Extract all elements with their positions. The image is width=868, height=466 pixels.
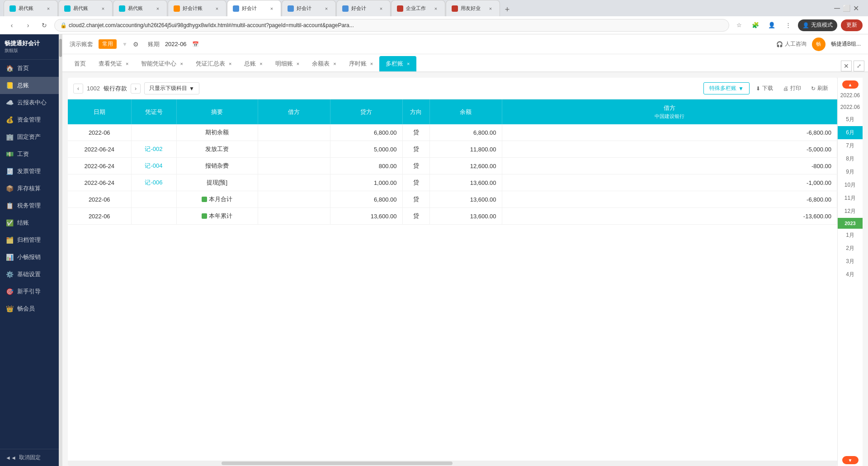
url-bar[interactable]: 🔒 cloud2.chanjet.com/accounting/uh26t264… (54, 19, 729, 32)
page-tab-voucher-summary[interactable]: 凭证汇总表 × (189, 56, 238, 71)
date-nav-june[interactable]: 6月 (838, 126, 863, 139)
browser-tab-2[interactable]: 易代账 × (58, 0, 113, 16)
ai-service-button[interactable]: 🎧 人工咨询 (776, 40, 807, 48)
date-nav-october[interactable]: 10月 (838, 179, 863, 192)
date-nav-july[interactable]: 7月 (838, 139, 863, 152)
page-tab-voucher[interactable]: 查看凭证 × (92, 56, 135, 71)
sidebar-item-archive[interactable]: 🗂️ 归档管理 (0, 231, 59, 249)
browser-tab-6[interactable]: 好会计 × (282, 0, 336, 16)
main-content: 演示账套 常用 ▼ ⚙ 账期 2022-06 📅 🎧 人工咨询 畅 畅捷通B组.… (62, 34, 868, 466)
page-tab-detailed-ledger[interactable]: 明细账 × (269, 56, 306, 71)
close-tab-detailed-ledger[interactable]: × (297, 61, 299, 66)
cell-extra: -1,000.00 (502, 174, 837, 191)
next-account-button[interactable]: › (131, 84, 141, 94)
browser-tab-1[interactable]: 易代账 × (4, 0, 58, 16)
browser-tab-7[interactable]: 好会计 × (336, 0, 391, 16)
sidebar-item-member[interactable]: 👑 畅会员 (0, 300, 59, 317)
restore-button[interactable]: ⬜ (843, 5, 850, 12)
sidebar-item-invoice[interactable]: 🧾 发票管理 (0, 163, 59, 180)
page-tab-general-ledger[interactable]: 总账 × (238, 56, 269, 71)
date-nav-2022-06-first[interactable]: 2022.06 (838, 89, 863, 101)
date-nav-2022-06-second[interactable]: 2022.06 (838, 101, 863, 113)
sidebar-pin-toggle[interactable]: ◄◄ 取消固定 (0, 449, 59, 466)
browser-tab-8[interactable]: 企业工作 × (391, 0, 445, 16)
date-nav-september[interactable]: 9月 (838, 165, 863, 179)
date-nav-december[interactable]: 12月 (838, 205, 863, 218)
sidebar-item-tax[interactable]: 📋 税务管理 (0, 197, 59, 214)
user-avatar[interactable]: 畅 (812, 38, 826, 51)
minimize-button[interactable]: ─ (834, 4, 840, 13)
refresh-ledger-button[interactable]: ↻ 刷新 (807, 83, 832, 94)
close-tab-chronological[interactable]: × (370, 61, 373, 66)
new-tab-button[interactable]: + (500, 3, 514, 16)
update-button[interactable]: 更新 (841, 19, 863, 31)
sidebar-item-cloud-report[interactable]: ☁️ 云报表中心 (0, 94, 59, 111)
period-label: 账期 (148, 40, 160, 48)
sidebar-item-home[interactable]: 🏠 首页 (0, 60, 59, 77)
close-books-icon: ✅ (5, 219, 14, 227)
refresh-browser-button[interactable]: ↻ (38, 19, 51, 32)
sidebar-item-inventory[interactable]: 📦 库存核算 (0, 180, 59, 197)
date-nav-feb-2023[interactable]: 2月 (838, 242, 863, 255)
page-tab-smart-voucher[interactable]: 智能凭证中心 × (135, 56, 189, 71)
close-tab-smart-voucher[interactable]: × (180, 61, 183, 66)
no-trace-button[interactable]: 👤 无痕模式 (798, 19, 837, 31)
sidebar-item-invoice-label: 发票管理 (17, 167, 41, 175)
download-button[interactable]: ⬇ 下载 (752, 83, 777, 94)
bookmark-button[interactable]: ☆ (733, 19, 745, 32)
browser-tab-5[interactable]: 好会计 × (227, 0, 281, 16)
sidebar-item-ledger[interactable]: 📒 总账 (0, 77, 59, 94)
page-tab-chronological[interactable]: 序时账 × (343, 56, 379, 71)
date-nav-apr-2023[interactable]: 4月 (838, 268, 863, 281)
page-tab-multi-column[interactable]: 多栏账 × (379, 56, 416, 71)
browser-tab-4[interactable]: 好会计账 × (168, 0, 226, 16)
sidebar-item-payroll[interactable]: 💵 工资 (0, 146, 59, 163)
total-dot (202, 213, 207, 219)
print-button[interactable]: 🖨 打印 (779, 83, 805, 94)
horizontal-scrollbar[interactable] (68, 461, 837, 466)
date-nav-scroll-down[interactable]: ▼ (842, 456, 859, 464)
close-tab-multi-column[interactable]: × (407, 61, 410, 66)
browser-tab-3[interactable]: 易代账 × (113, 0, 167, 16)
scroll-thumb[interactable] (222, 461, 453, 465)
forward-button[interactable]: › (22, 19, 34, 32)
sidebar-item-close-books[interactable]: ✅ 结账 (0, 214, 59, 231)
sidebar-item-settings-label: 基础设置 (17, 270, 41, 278)
close-window-button[interactable]: ✕ (853, 4, 859, 13)
date-nav-jan-2023[interactable]: 1月 (838, 229, 863, 242)
sidebar-item-funds[interactable]: 💰 资金管理 (0, 111, 59, 128)
date-nav-may[interactable]: 5月 (838, 113, 863, 126)
collapse-panel-button[interactable]: ✕ (841, 61, 852, 71)
close-tab-voucher-summary[interactable]: × (229, 61, 231, 66)
close-tab-balance[interactable]: × (333, 61, 336, 66)
page-tab-balance[interactable]: 余额表 × (306, 56, 342, 71)
browser-tab-9[interactable]: 用友好业 × (446, 0, 500, 16)
filter-subcategory-button[interactable]: 只显示下级科目 ▼ (144, 82, 199, 94)
settings-button[interactable]: ⋮ (782, 19, 794, 32)
demo-label: 演示账套 (70, 40, 93, 48)
top-bar-right: 🎧 人工咨询 畅 畅捷通B组... (776, 38, 861, 51)
special-multi-column-button[interactable]: 特殊多栏账 ▼ (703, 82, 750, 94)
prev-account-button[interactable]: ‹ (73, 84, 83, 94)
date-nav-scroll-up[interactable]: ▲ (842, 80, 859, 89)
cell-voucher[interactable]: 记-004 (131, 158, 176, 174)
user-profile-button[interactable]: 👤 (765, 19, 778, 32)
date-nav-august[interactable]: 8月 (838, 152, 863, 165)
sidebar-item-expense[interactable]: 📊 小畅报销 (0, 249, 59, 266)
date-nav-november[interactable]: 11月 (838, 192, 863, 205)
date-nav-mar-2023[interactable]: 3月 (838, 255, 863, 268)
sidebar-item-settings[interactable]: ⚙️ 基础设置 (0, 266, 59, 283)
date-nav-year-2023[interactable]: 2023 (838, 218, 863, 229)
extension-button[interactable]: 🧩 (749, 19, 762, 32)
expand-panel-button[interactable]: ⤢ (854, 61, 864, 71)
cell-voucher[interactable]: 记-006 (131, 174, 176, 191)
sidebar-item-fixed-assets[interactable]: 🏢 固定资产 (0, 128, 59, 146)
page-tab-home[interactable]: 首页 (68, 56, 92, 71)
close-tab-general-ledger[interactable]: × (259, 61, 262, 66)
back-button[interactable]: ‹ (5, 19, 18, 32)
gear-icon[interactable]: ⚙ (133, 41, 139, 48)
close-tab-voucher[interactable]: × (126, 61, 128, 66)
sidebar-scrollbar[interactable] (59, 34, 62, 466)
cell-voucher[interactable]: 记-002 (131, 141, 176, 158)
sidebar-item-guide[interactable]: 🎯 新手引导 (0, 283, 59, 300)
